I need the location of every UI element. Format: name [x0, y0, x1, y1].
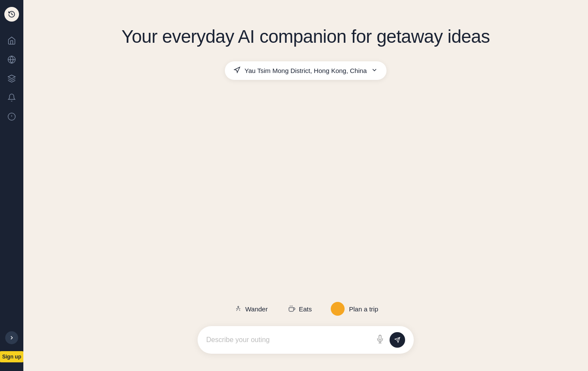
sidebar-item-notifications[interactable] [3, 89, 20, 106]
tab-plan-trip-label: Plan a trip [349, 305, 378, 313]
send-button[interactable] [390, 332, 405, 348]
mic-icon[interactable] [376, 335, 384, 346]
location-selector[interactable]: Yau Tsim Mong District, Hong Kong, China [225, 61, 387, 80]
signup-button[interactable]: Sign up [0, 351, 25, 362]
location-icon [233, 67, 240, 75]
tab-eats-label: Eats [299, 305, 312, 313]
sidebar-item-explore[interactable] [3, 51, 20, 68]
svg-marker-6 [234, 67, 240, 73]
sidebar-expand-button[interactable] [5, 331, 18, 344]
plan-trip-dot [331, 302, 345, 316]
tab-eats[interactable]: Eats [280, 301, 320, 317]
tab-wander[interactable]: Wander [226, 301, 276, 317]
sidebar-item-info[interactable] [3, 108, 20, 125]
search-bar [198, 326, 414, 354]
svg-point-7 [238, 306, 239, 308]
tab-plan-trip[interactable]: Plan a trip [324, 298, 385, 319]
sidebar-item-home[interactable] [3, 32, 20, 49]
chevron-down-icon [371, 67, 378, 75]
main-content: Your everyday AI companion for getaway i… [23, 0, 588, 371]
tab-wander-label: Wander [245, 305, 268, 313]
hero-title: Your everyday AI companion for getaway i… [121, 26, 490, 48]
search-input[interactable] [206, 336, 371, 344]
bottom-area: Wander Eats Plan a trip [23, 298, 588, 354]
sidebar: Sign up [0, 0, 23, 371]
sidebar-item-layers[interactable] [3, 70, 20, 87]
sidebar-nav [3, 32, 20, 328]
mode-tabs: Wander Eats Plan a trip [226, 298, 385, 319]
location-text: Yau Tsim Mong District, Hong Kong, China [245, 67, 367, 74]
svg-marker-2 [8, 75, 16, 79]
sidebar-logo[interactable] [4, 7, 19, 22]
